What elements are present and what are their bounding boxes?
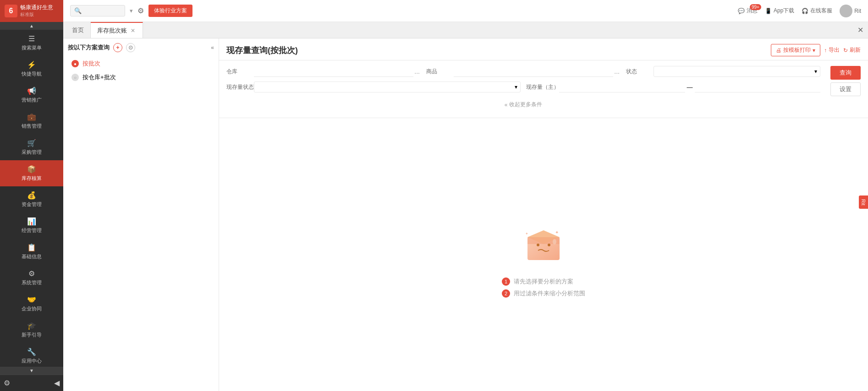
sidebar-item-app-center[interactable]: 🔧 应用中心: [0, 343, 63, 367]
inv-status-dropdown[interactable]: ▾: [254, 81, 521, 92]
query-button[interactable]: 查询: [830, 66, 861, 80]
sidebar-item-marketing-label: 营销推广: [22, 97, 42, 103]
sidebar-item-search[interactable]: ☰ 搜索菜单: [0, 30, 63, 56]
tip-2-text: 用过滤条件来缩小分析范围: [514, 289, 585, 298]
sidebar-item-inventory[interactable]: 📦 库存核算: [0, 160, 63, 186]
topbar-search-icon: 🔍: [74, 7, 82, 14]
online-service-action[interactable]: 🎧 在线客服: [802, 7, 832, 15]
sidebar-item-enterprise-collab-label: 企业协同: [22, 305, 42, 312]
app-info: 畅康通好生意 标准版: [20, 4, 53, 18]
filter-settings-button[interactable]: 设置: [830, 82, 861, 96]
plan-settings-button[interactable]: ⊙: [126, 43, 135, 52]
enterprise-collab-icon: 🤝: [27, 295, 36, 304]
sidebar-bottom: ⚙ ◀: [0, 375, 63, 391]
page-title-actions: 🖨 按模板打印 ▾ ↑ 导出 ↻ 刷新: [771, 44, 861, 56]
sidebar-item-purchase[interactable]: 🛒 采购管理: [0, 134, 63, 160]
tabbar: 首页 库存批次账 ✕ ✕: [63, 22, 868, 38]
right-edge-panel[interactable]: Rit: [859, 196, 868, 209]
inv-qty-to[interactable]: [695, 82, 821, 92]
filter-inv-qty-group: 现存量（主） —: [526, 82, 820, 92]
left-panel-collapse-button[interactable]: «: [211, 44, 214, 51]
tab-home[interactable]: 首页: [66, 22, 91, 38]
search-nav-icon: ☰: [28, 34, 35, 43]
tab-close-button[interactable]: ✕: [130, 27, 136, 34]
topbar-search-input[interactable]: [83, 8, 120, 14]
svg-point-4: [548, 244, 550, 246]
right-edge-label: Rit: [861, 199, 866, 205]
tab-inventory-batch-label: 库存批次账: [97, 27, 127, 35]
sidebar-item-sales[interactable]: 💼 销售管理: [0, 108, 63, 134]
tab-inventory-batch[interactable]: 库存批次账 ✕: [91, 22, 143, 38]
inventory-icon: 📦: [27, 165, 36, 174]
app-download-action[interactable]: 📱 App下载: [765, 7, 794, 15]
status-dropdown[interactable]: ▾: [654, 66, 820, 77]
inv-qty-range: —: [559, 82, 820, 92]
collapse-icon: «: [211, 44, 214, 51]
sidebar-item-operation[interactable]: 📊 经营管理: [0, 212, 63, 239]
print-label: 按模板打印: [783, 46, 811, 54]
sidebar: 6 畅康通好生意 标准版 ▲ ☰ 搜索菜单 ⚡ 快捷导航 📢 营销推广 💼 销售…: [0, 0, 63, 391]
warehouse-input[interactable]: [254, 66, 413, 77]
warehouse-dots[interactable]: ...: [413, 67, 421, 76]
filter-row-2: 现存量状态 ▾ 现存量（主） —: [226, 81, 820, 92]
topbar-actions: 💬 消息 99+ 📱 App下载 🎧 在线客服 Rit: [738, 5, 861, 17]
filter-area: 仓库 ... 商品 ... 状态: [219, 60, 868, 118]
plan-item-by-warehouse-batch[interactable]: ○ 按仓库+批次: [68, 71, 214, 84]
sidebar-header: 6 畅康通好生意 标准版: [0, 0, 63, 22]
sidebar-settings-button[interactable]: ⚙: [4, 379, 10, 387]
experience-button[interactable]: 体验行业方案: [148, 5, 192, 17]
sidebar-item-basic-info[interactable]: 📋 基础信息: [0, 239, 63, 265]
refresh-button[interactable]: ↻ 刷新: [843, 46, 861, 54]
sidebar-item-finance[interactable]: 💰 资金管理: [0, 186, 63, 212]
sidebar-item-sales-label: 销售管理: [22, 123, 42, 130]
add-plan-button[interactable]: +: [113, 43, 122, 52]
export-icon: ↑: [824, 47, 827, 54]
sidebar-item-quick-nav[interactable]: ⚡ 快捷导航: [0, 56, 63, 82]
left-panel: 按以下方案查询 + ⊙ « ● 按批次 ○ 按仓库+批次: [63, 38, 219, 391]
empty-state: ✦ ✦ 1 请先选择要分析的方案 2 用过滤条件来缩小分析范围: [219, 118, 868, 391]
sidebar-item-beginner[interactable]: 🎓 新手引导: [0, 317, 63, 343]
product-input[interactable]: [454, 66, 613, 77]
plan-item-by-batch[interactable]: ● 按批次: [68, 57, 214, 71]
tabbar-close-all-button[interactable]: ✕: [857, 26, 863, 34]
sidebar-item-enterprise-collab[interactable]: 🤝 企业协同: [0, 291, 63, 317]
page-title: 现存量查询(按批次): [226, 45, 298, 56]
sidebar-scroll-down[interactable]: ▼: [0, 367, 63, 375]
print-button[interactable]: 🖨 按模板打印 ▾: [771, 44, 820, 56]
basic-info-icon: 📋: [27, 243, 36, 252]
export-button[interactable]: ↑ 导出: [824, 46, 840, 54]
sidebar-scroll-up[interactable]: ▲: [0, 22, 63, 30]
topbar-search-box[interactable]: 🔍: [70, 5, 125, 16]
quick-nav-icon: ⚡: [27, 60, 36, 69]
status-label: 状态: [626, 68, 654, 76]
sales-icon: 💼: [27, 113, 36, 121]
sidebar-item-search-label: 搜索菜单: [22, 44, 42, 51]
app-download-label: App下载: [774, 7, 794, 15]
app-name: 畅康通好生意: [20, 4, 53, 11]
collapse-more-btn[interactable]: « 收起更多条件: [226, 97, 820, 112]
user-profile[interactable]: Rit: [840, 5, 861, 17]
print-dropdown-icon: ▾: [813, 47, 815, 54]
sidebar-item-system[interactable]: ⚙ 系统管理: [0, 265, 63, 291]
print-icon: 🖨: [776, 47, 781, 54]
app-logo: 6: [5, 5, 17, 17]
inv-qty-from[interactable]: [559, 82, 685, 92]
sidebar-item-marketing[interactable]: 📢 营销推广: [0, 82, 63, 108]
sidebar-item-app-center-label: 应用中心: [22, 358, 42, 364]
export-label: 导出: [829, 46, 840, 54]
topbar-dropdown-icon[interactable]: ▾: [130, 7, 133, 14]
empty-illustration: ✦ ✦: [516, 212, 571, 268]
message-action[interactable]: 💬 消息 99+: [738, 7, 758, 15]
sidebar-nav: ☰ 搜索菜单 ⚡ 快捷导航 📢 营销推广 💼 销售管理 🛒 采购管理 📦 库存核…: [0, 30, 63, 367]
tip-1-num: 1: [502, 277, 510, 286]
plan-settings-icon: ⊙: [128, 44, 133, 51]
tab-home-label: 首页: [72, 26, 84, 34]
inv-qty-dash: —: [687, 84, 693, 91]
sidebar-settings-icon: ⚙: [4, 379, 10, 387]
finance-icon: 💰: [27, 191, 36, 200]
sidebar-collapse-button[interactable]: ◀: [54, 379, 60, 387]
purchase-icon: 🛒: [27, 139, 36, 147]
topbar-gear-button[interactable]: ⚙: [137, 6, 144, 15]
topbar-gear-icon: ⚙: [137, 7, 144, 15]
product-dots[interactable]: ...: [613, 67, 621, 76]
